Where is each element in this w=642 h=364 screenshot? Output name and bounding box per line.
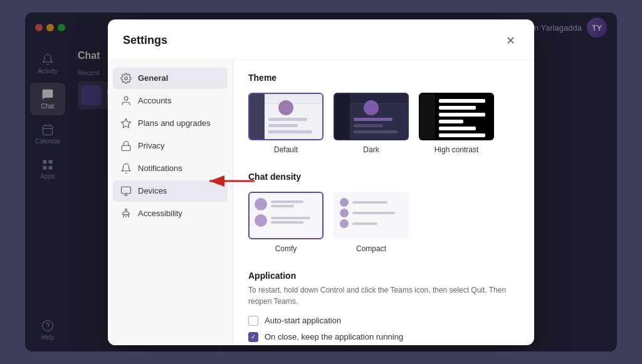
close-button[interactable]: ✕	[502, 32, 519, 49]
modal-header: Settings ✕	[108, 19, 534, 60]
theme-preview-lines	[268, 118, 317, 133]
density-label-compact: Compact	[356, 244, 386, 253]
theme-option-dark[interactable]: Dark	[334, 93, 409, 154]
nav-accessibility-label: Accessibility	[138, 209, 182, 218]
theme-option-hc[interactable]: High contrast	[419, 93, 494, 154]
theme-preview-sidebar	[250, 94, 265, 139]
notifications-icon	[120, 163, 132, 174]
density-avatar-small	[340, 219, 349, 228]
nav-devices-label: Devices	[138, 186, 167, 195]
autostart-row: Auto-start application	[248, 316, 519, 326]
hc-line	[439, 133, 485, 137]
nav-item-privacy[interactable]: Privacy	[113, 135, 228, 157]
nav-accounts-label: Accounts	[138, 96, 171, 105]
preview-line	[268, 130, 312, 133]
preview-line	[268, 118, 307, 121]
density-line	[352, 201, 387, 204]
keep-running-row: ✓ On close, keep the application running	[248, 332, 519, 342]
density-line	[352, 212, 395, 214]
density-avatar-small	[340, 198, 349, 207]
theme-preview-hc	[419, 93, 494, 140]
settings-content: Theme	[233, 60, 534, 345]
density-row	[255, 214, 317, 227]
nav-general-label: General	[138, 73, 168, 83]
hc-line	[439, 113, 485, 117]
app-section-title: Application	[248, 271, 519, 281]
density-lines	[271, 217, 317, 224]
density-line	[271, 200, 303, 203]
theme-preview-avatar	[278, 100, 293, 115]
density-option-compact[interactable]: Compact	[334, 192, 409, 253]
density-option-comfy[interactable]: Comfy	[248, 192, 324, 253]
nav-item-general[interactable]: General	[113, 68, 228, 89]
density-label-comfy: Comfy	[275, 244, 297, 253]
preview-line	[354, 118, 392, 121]
density-line	[271, 205, 294, 207]
density-lines	[352, 201, 403, 204]
density-lines	[352, 222, 403, 225]
settings-nav: General Accounts	[108, 60, 233, 345]
density-avatar	[255, 198, 267, 211]
theme-section-title: Theme	[248, 73, 519, 83]
gear-icon	[120, 73, 132, 84]
theme-label-hc: High contrast	[434, 145, 479, 154]
theme-dark-sidebar	[335, 94, 350, 139]
density-row	[340, 219, 403, 228]
nav-plans-label: Plans and upgrades	[138, 118, 211, 128]
density-preview-comfy	[248, 192, 324, 239]
arrow-svg	[204, 172, 261, 190]
density-line	[271, 221, 303, 224]
hc-line	[439, 120, 463, 123]
accounts-icon	[120, 95, 132, 107]
autostart-label: Auto-start application	[265, 316, 341, 325]
theme-label-dark: Dark	[363, 145, 379, 154]
density-preview-compact	[334, 192, 409, 239]
devices-icon	[120, 185, 132, 197]
density-line	[271, 217, 310, 219]
nav-privacy-label: Privacy	[138, 141, 165, 150]
density-section-title: Chat density	[248, 172, 519, 182]
svg-point-17	[125, 209, 127, 211]
density-lines	[271, 200, 317, 207]
density-lines	[352, 212, 403, 214]
density-row	[255, 198, 317, 211]
theme-preview-topbar	[265, 94, 322, 104]
nav-item-accounts[interactable]: Accounts	[113, 90, 228, 112]
modal-body: General Accounts	[108, 60, 534, 345]
theme-label-default: Default	[274, 145, 298, 154]
nav-item-plans[interactable]: Plans and upgrades	[113, 113, 228, 134]
density-avatar	[255, 214, 267, 227]
nav-notifications-label: Notifications	[138, 164, 182, 173]
app-background: Tarun Yarlagadda TY Activity	[0, 0, 642, 364]
svg-point-10	[125, 76, 128, 80]
density-row	[340, 198, 403, 207]
arrow-indicator	[204, 172, 261, 190]
nav-item-accessibility[interactable]: Accessibility	[113, 203, 228, 224]
keep-running-checkbox[interactable]: ✓	[248, 332, 258, 342]
accessibility-icon	[120, 208, 132, 219]
density-avatar-small	[340, 209, 349, 217]
privacy-icon	[120, 140, 132, 152]
window-chrome: Tarun Yarlagadda TY Activity	[25, 13, 617, 351]
settings-modal: Settings ✕ General	[108, 19, 534, 345]
hc-line	[439, 106, 476, 110]
svg-rect-14	[122, 187, 131, 194]
preview-line	[354, 130, 397, 133]
theme-dark-topbar	[350, 94, 408, 104]
theme-hc-sidebar	[420, 94, 435, 139]
hc-line	[439, 99, 485, 103]
theme-dark-avatar	[364, 100, 379, 115]
svg-point-11	[124, 96, 128, 100]
density-line	[352, 222, 377, 225]
app-description: To restart, hold down Control and click …	[248, 284, 519, 307]
preview-line	[354, 124, 383, 127]
theme-preview-default	[248, 93, 324, 140]
autostart-checkbox[interactable]	[248, 316, 258, 326]
svg-rect-13	[122, 145, 130, 150]
theme-preview-dark	[334, 93, 409, 140]
keep-running-label: On close, keep the application running	[265, 332, 403, 341]
svg-marker-12	[122, 118, 131, 127]
theme-option-default[interactable]: Default	[248, 93, 324, 154]
density-row	[340, 209, 403, 217]
density-options: Comfy	[248, 192, 519, 253]
